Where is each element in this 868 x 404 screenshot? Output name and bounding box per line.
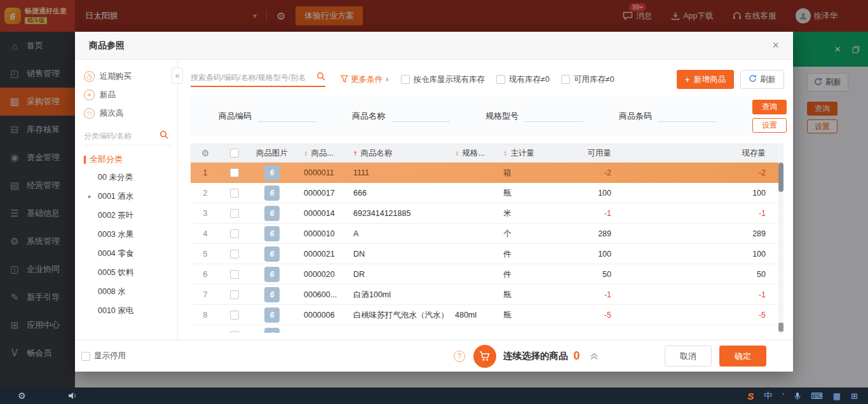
search-icon[interactable] [159,130,168,141]
table-row[interactable]: 1600000111111箱-2-2 [191,163,783,183]
speaker-icon[interactable] [68,392,78,400]
search-icon[interactable] [316,72,325,83]
header-available-qty[interactable]: 可用量 [559,144,624,163]
all-categories[interactable]: 全部分类 [84,151,171,168]
stock-qty: -2 [624,163,783,183]
category-item[interactable]: 0002 茶叶 [84,206,171,225]
microphone-icon[interactable] [794,392,801,400]
filter-field-input[interactable] [258,111,316,122]
sogou-input-icon[interactable]: S [747,391,754,401]
category-label: 0003 水果 [98,229,133,240]
column-settings-gear-icon[interactable]: ⚙ [191,144,220,163]
category-item[interactable]: 0003 水果 [84,225,171,244]
product-unit: 瓶 [494,305,559,325]
filter-field-input[interactable] [391,111,450,122]
toolbox-icon[interactable]: ⊞ [851,391,858,401]
filter-checkbox[interactable]: 可用库存≠0 [561,74,614,85]
filter-field-label: 商品编码 [219,111,252,122]
scroll-down-button[interactable] [778,323,783,332]
row-checkbox[interactable] [220,264,249,285]
category-search-input[interactable] [84,131,151,140]
header-product-name[interactable]: ▲▼ 商品名称 [347,144,449,163]
table-row[interactable]: 560000021DN件100100 [191,244,783,264]
add-product-button[interactable]: + 新增商品 [677,70,734,89]
gear-icon[interactable]: ⚙ [18,391,26,401]
product-code: 000600... [295,285,347,305]
row-checkbox[interactable] [220,325,249,333]
selection-label: 连续选择的商品 [503,350,568,362]
row-checkbox[interactable] [220,305,249,325]
filter-checkbox[interactable]: 现有库存≠0 [496,74,550,85]
filter-field-input[interactable] [525,111,583,122]
category-item[interactable]: 0005 饮料 [84,263,171,282]
show-disabled-checkbox[interactable]: 显示停用 [81,351,126,361]
header-product-image[interactable]: 商品图片 [249,144,295,163]
category-item[interactable]: 0004 零食 [84,244,171,263]
row-checkbox[interactable] [220,244,249,264]
help-icon[interactable]: ? [454,351,465,362]
screen: 6 畅捷通好生意 精斗版 日太阳膜 ▾ ⚙ 体验行业方案 99+ 消息 App下… [0,0,868,404]
shortcut-frequent[interactable]: ☆频次高 [84,104,171,123]
header-spec[interactable]: ▲▼ 规格... [449,144,494,163]
more-filters-button[interactable]: 更多条件 ∧ [341,74,390,85]
collapse-panel-button[interactable]: « [172,67,183,84]
header-product-code[interactable]: ▲▼ 商品... [295,144,347,163]
row-checkbox[interactable] [220,203,249,224]
table-row[interactable]: 660000020DR件5050 [191,264,783,285]
filter-field: 商品名称 [352,111,485,122]
row-checkbox[interactable] [220,224,249,244]
stock-qty: 289 [624,224,783,244]
category-item[interactable]: ▸0001 酒水 [84,187,171,206]
confirm-button[interactable]: 确定 [719,346,766,367]
header-unit[interactable]: ▲▼ 主计量 [494,144,559,163]
collapse-up-icon[interactable] [590,353,599,360]
refresh-icon [749,74,757,84]
scrollbar-thumb[interactable] [778,163,783,192]
accent-bar [84,156,86,164]
table-row[interactable]: 260000017666瓶100100 [191,183,783,203]
table-header: ⚙ 商品图片 ▲▼ 商品... ▲▼ 商品名称 ▲▼ [191,144,783,163]
shortcut-recent[interactable]: ◷近期购买 [84,67,171,86]
filter-field-input[interactable] [658,111,717,122]
category-item[interactable]: 00 未分类 [84,168,171,187]
ime-language-indicator[interactable]: 中 [764,390,772,401]
category-label: 0002 茶叶 [98,210,133,221]
product-search-input[interactable] [191,73,306,82]
row-index: 7 [191,285,220,305]
select-all-checkbox[interactable] [220,144,249,163]
screenshot-icon[interactable]: ▦ [833,391,841,401]
row-checkbox[interactable] [220,285,249,305]
vertical-scrollbar[interactable] [778,144,783,334]
header-stock-qty[interactable]: 现存量 [624,144,783,163]
category-item[interactable]: 0008 水 [84,282,171,301]
product-image: 6 [249,285,295,305]
row-index: 8 [191,305,220,325]
table-row[interactable]: 860000006白桃味苏打气泡水（汽水）480ml瓶-5-5 [191,305,783,325]
selection-summary: ? 连续选择的商品 0 [454,345,599,368]
checkbox [496,75,505,84]
keyboard-icon[interactable]: ⌨ [811,391,823,401]
row-index: 2 [191,183,220,203]
table-row[interactable]: 3600000146923414121885米-1-1 [191,203,783,224]
close-icon[interactable]: × [772,39,779,52]
filter-checkbox[interactable]: 按仓库显示现有库存 [401,74,485,85]
query-button[interactable]: 查询 [752,100,787,114]
plus-icon: + [685,74,690,84]
product-search [191,72,325,87]
cancel-button[interactable]: 取消 [665,346,712,367]
settings-button[interactable]: 设置 [752,118,787,133]
category-search [84,126,171,145]
category-item[interactable]: 0010 家电 [84,301,171,320]
shortcut-label: 近期购买 [100,71,132,82]
product-image: 6 [249,183,295,203]
ime-punctuation-indicator[interactable]: ’ [782,391,784,401]
row-checkbox[interactable] [220,163,249,183]
row-checkbox[interactable] [220,183,249,203]
product-unit: 箱 [494,163,559,183]
refresh-button[interactable]: 刷新 [740,70,784,89]
table-row[interactable]: 460000010A个289289 [191,224,783,244]
product-code: 0000011 [295,163,347,183]
table-row[interactable]: 76000600...白酒100ml瓶-1-1 [191,285,783,305]
dialog-header: 商品参照 × [75,32,793,60]
shortcut-new[interactable]: +新品 [84,86,171,104]
